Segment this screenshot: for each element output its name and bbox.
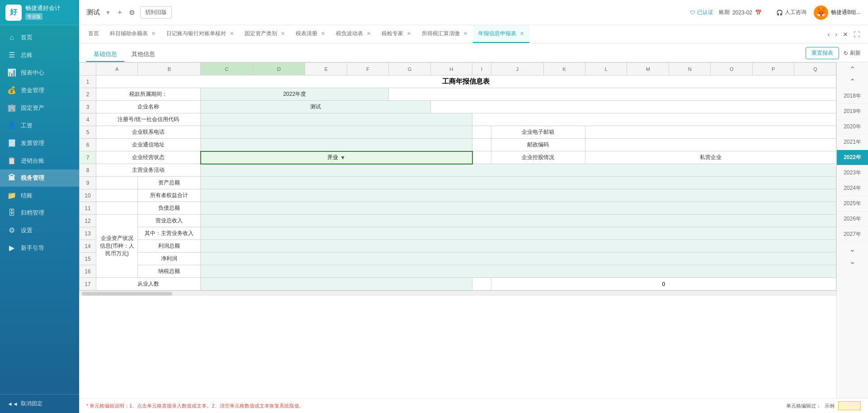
cell-4-value[interactable]: [201, 113, 472, 126]
tab-expand-button[interactable]: ⛶: [852, 31, 862, 38]
year-item-2022[interactable]: 2022年: [837, 150, 868, 165]
sidebar-item-guide[interactable]: ▶ 新手引导: [0, 239, 79, 257]
gear-icon[interactable]: ⚙: [129, 9, 135, 17]
sidebar-item-invoice[interactable]: 🧾 发票管理: [0, 134, 79, 152]
year-up-button[interactable]: ⌃: [839, 64, 866, 75]
cell-17-value-right[interactable]: 0: [491, 278, 836, 291]
sidebar-item-reports[interactable]: 📊 报表中心: [0, 64, 79, 81]
cell-1-title[interactable]: 工商年报信息表: [96, 75, 836, 88]
col-header-l[interactable]: L: [585, 63, 627, 75]
cell-3-value[interactable]: 测试: [201, 101, 431, 113]
tab-close-tax-fluctuation[interactable]: ✕: [367, 31, 371, 37]
cell-8-value[interactable]: [201, 164, 836, 177]
tab-auxiliary[interactable]: 科目辅助余额表 ✕: [104, 25, 161, 43]
tab-tax-expert[interactable]: 税检专家 ✕: [376, 25, 416, 43]
consult-button[interactable]: 🎧 人工咨询: [776, 9, 807, 16]
cell-7-control-value[interactable]: 私营企业: [585, 151, 836, 164]
year-down2-button[interactable]: ⌄: [839, 256, 866, 267]
tab-close-all-button[interactable]: ✕: [841, 31, 850, 38]
old-version-button[interactable]: 切到旧版: [140, 6, 172, 19]
dropdown-arrow-icon[interactable]: ▼: [340, 155, 345, 161]
sheet-container[interactable]: A B C D E F G H I J K L M: [79, 62, 836, 398]
tab-home[interactable]: 首页: [83, 25, 104, 43]
cell-12-value[interactable]: [201, 215, 836, 227]
year-item-2024[interactable]: 2024年: [837, 181, 868, 196]
col-header-n[interactable]: N: [669, 63, 710, 75]
reset-button[interactable]: 重置报表: [806, 47, 839, 59]
calendar-icon[interactable]: 📅: [755, 9, 762, 16]
tab-tax-fluctuation[interactable]: 税负波动表 ✕: [330, 25, 376, 43]
sidebar-item-tax[interactable]: 🏛 税务管理: [0, 169, 79, 187]
tab-close-auxiliary[interactable]: ✕: [151, 31, 156, 37]
col-header-m[interactable]: M: [627, 63, 669, 75]
cell-9-value[interactable]: [201, 177, 836, 189]
cancel-fixed-button[interactable]: ◄◄ 取消固定: [7, 400, 72, 408]
cell-2-value[interactable]: 2022年度: [201, 88, 389, 101]
year-down-button[interactable]: ⌄: [839, 244, 866, 254]
col-header-k[interactable]: K: [543, 63, 585, 75]
tab-annual-report[interactable]: 年报信息申报表 ✕: [473, 25, 529, 43]
cell-7-status[interactable]: 开业 ▼: [201, 151, 472, 164]
sub-tab-basic[interactable]: 基础信息: [86, 47, 124, 62]
tab-close-fixed-assets[interactable]: ✕: [281, 31, 285, 37]
year-item-2027[interactable]: 2027年: [837, 227, 868, 242]
col-header-o[interactable]: O: [711, 63, 752, 75]
cell-15-value[interactable]: [201, 253, 836, 265]
sidebar-item-ledger[interactable]: ☰ 总账: [0, 46, 79, 64]
col-header-p[interactable]: P: [752, 63, 794, 75]
col-header-f[interactable]: F: [347, 63, 388, 75]
h-scrollbar[interactable]: [79, 291, 836, 296]
cell-5-phone[interactable]: [201, 126, 472, 139]
col-header-d[interactable]: D: [253, 63, 305, 75]
dropdown-arrow-icon[interactable]: ▼: [105, 9, 111, 16]
year-item-2020[interactable]: 2020年: [837, 119, 868, 135]
tab-next-button[interactable]: ›: [833, 31, 839, 38]
col-header-a[interactable]: A: [96, 63, 137, 75]
sidebar-item-funds[interactable]: 💰 资金管理: [0, 81, 79, 99]
col-header-c[interactable]: C: [201, 63, 253, 75]
cell-16-value[interactable]: [201, 265, 836, 278]
cell-10-value[interactable]: [201, 189, 836, 202]
col-header-j[interactable]: J: [491, 63, 543, 75]
tab-fixed-assets[interactable]: 固定资产类别 ✕: [239, 25, 290, 43]
tab-tax-list[interactable]: 税表清册 ✕: [290, 25, 330, 43]
cell-5-email-value[interactable]: [585, 126, 836, 139]
year-item-2025[interactable]: 2025年: [837, 196, 868, 211]
tab-close-journal[interactable]: ✕: [230, 31, 234, 37]
user-info[interactable]: 🦊 畅捷通B组...: [814, 5, 861, 20]
col-header-b[interactable]: B: [138, 63, 201, 75]
year-item-2026[interactable]: 2026年: [837, 211, 868, 227]
year-item-2021[interactable]: 2021年: [837, 135, 868, 150]
cell-6-zip-value[interactable]: [585, 139, 836, 151]
year-up2-button[interactable]: ⌃: [839, 76, 866, 87]
col-header-g[interactable]: G: [389, 63, 430, 75]
cell-17-value-left[interactable]: [201, 278, 472, 291]
tab-close-income-tax[interactable]: ✕: [463, 31, 467, 37]
col-header-i[interactable]: I: [472, 63, 491, 75]
sidebar-item-close[interactable]: 📁 结账: [0, 187, 79, 204]
sub-tab-other[interactable]: 其他信息: [124, 47, 162, 62]
tab-close-annual-report[interactable]: ✕: [520, 31, 524, 37]
col-header-q[interactable]: Q: [794, 63, 836, 75]
cell-6-addr[interactable]: [201, 139, 472, 151]
refresh-button[interactable]: ↻ 刷新: [844, 49, 861, 57]
tab-close-tax-expert[interactable]: ✕: [407, 31, 411, 37]
cell-14-value[interactable]: [201, 240, 836, 253]
col-header-e[interactable]: E: [305, 63, 347, 75]
sidebar-item-home[interactable]: ⌂ 首页: [0, 29, 79, 46]
year-item-2023[interactable]: 2023年: [837, 165, 868, 181]
tab-prev-button[interactable]: ‹: [826, 31, 832, 38]
col-header-h[interactable]: H: [430, 63, 472, 75]
add-icon[interactable]: ＋: [116, 8, 123, 17]
sidebar-item-payroll[interactable]: 👤 工资: [0, 117, 79, 134]
tab-income-tax[interactable]: 所得税汇算清缴 ✕: [416, 25, 473, 43]
tab-close-tax-list[interactable]: ✕: [321, 31, 325, 37]
year-item-2018[interactable]: 2018年: [837, 89, 868, 104]
tab-journal[interactable]: 日记账与银行对账单核对 ✕: [161, 25, 239, 43]
sidebar-item-sales[interactable]: 📋 进销台账: [0, 152, 79, 169]
sidebar-item-assets[interactable]: 🏢 固定资产: [0, 99, 79, 117]
year-item-2019[interactable]: 2019年: [837, 104, 868, 119]
sidebar-item-archive[interactable]: 🗄 归档管理: [0, 204, 79, 221]
cell-11-value[interactable]: [201, 202, 836, 215]
sidebar-item-settings[interactable]: ⚙ 设置: [0, 221, 79, 239]
